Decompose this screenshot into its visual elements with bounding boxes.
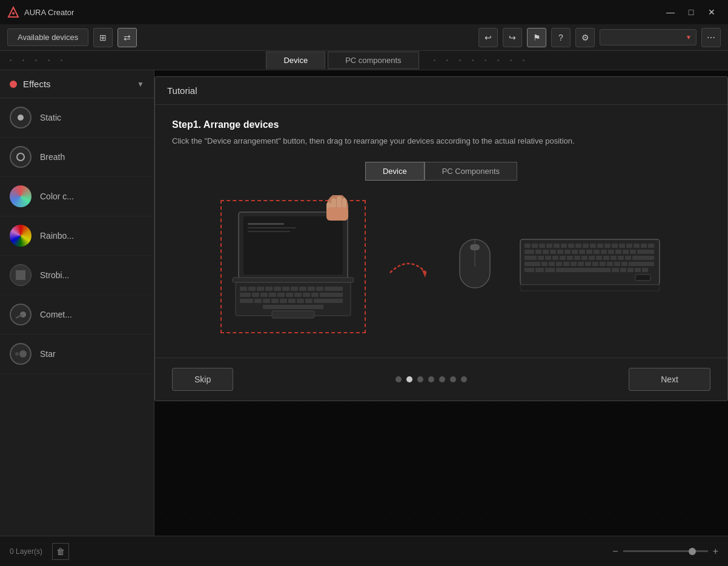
svg-rect-57 <box>524 244 531 248</box>
layers-count: 0 Layer(s) <box>10 547 42 556</box>
svg-rect-96 <box>567 256 573 260</box>
svg-rect-98 <box>581 256 587 260</box>
sidebar-item-color-cycle[interactable]: Color c... <box>0 177 154 216</box>
zoom-slider[interactable] <box>623 550 708 552</box>
minimize-button[interactable]: — <box>661 6 680 18</box>
sidebar-item-star[interactable]: Star <box>0 335 154 374</box>
svg-rect-74 <box>648 244 654 248</box>
available-devices-button[interactable]: Available devices <box>7 28 88 46</box>
rainbow-icon <box>10 225 31 247</box>
svg-rect-102 <box>611 256 617 260</box>
svg-rect-47 <box>297 299 304 303</box>
svg-rect-130 <box>520 285 660 291</box>
svg-rect-100 <box>596 256 602 260</box>
svg-rect-12 <box>326 207 348 221</box>
grid-view-button[interactable]: ⊞ <box>93 28 113 47</box>
maximize-button[interactable]: □ <box>682 6 700 18</box>
svg-rect-85 <box>601 250 607 254</box>
pc-components-tab[interactable]: PC components <box>328 52 419 69</box>
svg-rect-79 <box>557 250 563 254</box>
svg-rect-24 <box>274 287 281 291</box>
svg-rect-82 <box>579 250 585 254</box>
timeline-dot <box>459 59 461 61</box>
timeline-tab-area: Device PC components <box>72 52 718 69</box>
redo-button[interactable]: ↪ <box>503 28 522 47</box>
page-dot-5 <box>439 376 445 382</box>
close-button[interactable]: ✕ <box>703 6 721 18</box>
more-options-button[interactable]: ⋯ <box>701 28 721 47</box>
breath-label: Breath <box>40 152 65 162</box>
rainbow-label: Rainbo... <box>40 231 74 241</box>
modal-device-tab[interactable]: Device <box>365 162 425 181</box>
color-cycle-label: Color c... <box>40 191 74 201</box>
titlebar-left: AURA Creator <box>7 6 74 18</box>
step-title: Step1. Arrange devices <box>172 119 710 130</box>
mouse-illustration <box>451 227 499 306</box>
svg-rect-126 <box>627 268 634 272</box>
svg-rect-20 <box>240 287 247 291</box>
sidebar-item-comet[interactable]: Comet... <box>0 295 154 335</box>
effects-chevron-icon[interactable]: ▼ <box>137 80 144 88</box>
timeline-dot <box>497 59 499 61</box>
svg-rect-124 <box>612 268 619 272</box>
skip-button[interactable]: Skip <box>172 368 233 391</box>
step-description: Click the "Device arrangement" button, t… <box>172 135 710 147</box>
svg-rect-107 <box>541 262 548 266</box>
tutorial-modal: Tutorial Step1. Arrange devices Click th… <box>154 76 728 401</box>
arrange-button[interactable]: ⇄ <box>117 28 137 47</box>
timeline-dot <box>434 59 435 61</box>
svg-rect-33 <box>260 293 268 297</box>
help-button[interactable]: ? <box>551 28 571 47</box>
svg-marker-52 <box>422 269 426 278</box>
svg-rect-22 <box>257 287 264 291</box>
flag-button[interactable]: ⚑ <box>527 28 546 47</box>
page-dot-1 <box>395 376 402 382</box>
svg-rect-110 <box>563 262 569 266</box>
svg-rect-73 <box>641 244 647 248</box>
svg-rect-87 <box>615 250 621 254</box>
svg-rect-112 <box>578 262 584 266</box>
svg-rect-17 <box>248 231 290 232</box>
device-illustration <box>172 190 710 343</box>
svg-rect-88 <box>623 250 629 254</box>
svg-point-3 <box>19 350 27 358</box>
svg-rect-76 <box>535 250 541 254</box>
svg-rect-45 <box>280 299 287 303</box>
zoom-handle[interactable] <box>689 548 696 555</box>
device-tab[interactable]: Device <box>266 52 325 69</box>
svg-rect-55 <box>470 244 480 250</box>
svg-rect-35 <box>277 293 285 297</box>
timeline-dot <box>48 59 50 61</box>
svg-rect-31 <box>240 293 251 297</box>
pagination-dots <box>395 376 467 382</box>
svg-rect-119 <box>629 262 654 266</box>
main-area: Effects ▼ Static Breath Color c... R <box>0 70 728 536</box>
titlebar: AURA Creator — □ ✕ <box>0 0 728 24</box>
svg-rect-123 <box>556 268 611 272</box>
svg-rect-113 <box>585 262 591 266</box>
sidebar-item-static[interactable]: Static <box>0 98 154 138</box>
sidebar-item-strobing[interactable]: Strobi... <box>0 256 154 295</box>
zoom-out-button[interactable]: − <box>612 546 618 557</box>
sidebar-item-rainbow[interactable]: Rainbo... <box>0 216 154 256</box>
color-cycle-icon <box>10 185 31 207</box>
svg-rect-65 <box>583 244 589 248</box>
settings-button[interactable]: ⚙ <box>575 28 595 47</box>
sidebar-item-breath[interactable]: Breath <box>0 138 154 177</box>
svg-rect-23 <box>265 287 273 291</box>
svg-rect-63 <box>568 244 574 248</box>
drag-arrow-icon <box>384 248 432 285</box>
svg-rect-67 <box>597 244 603 248</box>
modal-pc-components-tab[interactable]: PC Components <box>425 162 517 181</box>
sidebar: Effects ▼ Static Breath Color c... R <box>0 70 154 536</box>
svg-rect-43 <box>263 299 270 303</box>
svg-rect-50 <box>263 305 323 309</box>
search-input[interactable] <box>600 29 697 45</box>
static-icon <box>10 107 31 128</box>
laptop-wrapper <box>220 200 366 333</box>
delete-layer-button[interactable]: 🗑 <box>52 543 69 560</box>
undo-button[interactable]: ↩ <box>478 28 498 47</box>
svg-rect-125 <box>620 268 626 272</box>
zoom-in-button[interactable]: + <box>713 546 718 557</box>
next-button[interactable]: Next <box>629 368 710 391</box>
